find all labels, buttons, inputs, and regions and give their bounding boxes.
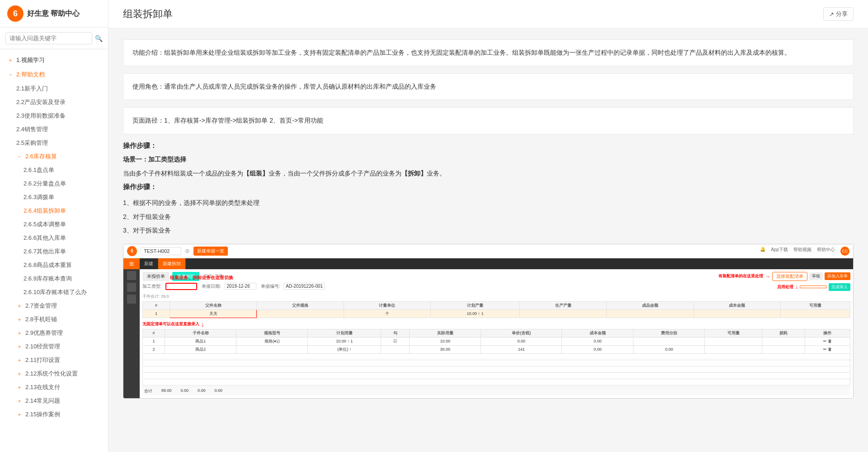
- mock-tab-quote[interactable]: 本报价单: [142, 272, 170, 281]
- mock-sub-td: 商品1: [165, 337, 236, 345]
- mock-code-label: 单据编号:: [261, 283, 280, 290]
- sidebar-item-label: 2.2产品安装及登录: [16, 98, 66, 106]
- sidebar-item-label: 2.6.5成本调整单: [24, 220, 66, 228]
- site-title: 好生意 帮助中心: [27, 9, 80, 19]
- sidebar-item-label: 2.6.8商品成本重算: [24, 261, 72, 269]
- mock-sub-th-avail: 可用量: [705, 329, 762, 337]
- mock-type-input[interactable]: [165, 283, 197, 290]
- sidebar-item-cases[interactable]: ＋ 2.15操作案例: [0, 408, 108, 421]
- sidebar-item-ops[interactable]: ＋ 2.10经营管理: [0, 340, 108, 353]
- mock-complete-btn[interactable]: 完成录入: [829, 283, 850, 291]
- mock-nav: ⊞ 新建 新建拆卸: [123, 258, 853, 269]
- sidebar-item-newuser[interactable]: 2.1新手入门: [0, 82, 108, 95]
- share-button[interactable]: ↗ 分享: [823, 7, 854, 21]
- mock-sub-td: 0.00: [562, 345, 633, 353]
- mock-topbar-right: 🔔 App下载 帮助视频 帮助中心 CC: [760, 247, 849, 256]
- sidebar-item-mobile[interactable]: ＋ 2.8手机旺铺: [0, 313, 108, 326]
- sidebar-item-assembly[interactable]: 2.6.4组装拆卸单: [0, 204, 108, 218]
- sidebar-item-data-prep[interactable]: 2.3使用前数据准备: [0, 109, 108, 123]
- plus-icon: ＋: [16, 411, 23, 418]
- intro-block-1: 功能介绍：组装拆卸单用来处理企业组装或拆卸等加工业务，支持有固定装配清单的产品加…: [123, 39, 854, 66]
- mock-td-num: 1: [143, 309, 170, 318]
- logo-icon: 6: [7, 5, 24, 22]
- sidebar-item-payment[interactable]: ＋ 2.13在线支付: [0, 381, 108, 394]
- mock-type-input-wrap: 组装业务、拆卸业务在这里切换: [165, 283, 197, 290]
- mock-td-plan: 10.00 ↑ 1: [431, 309, 520, 318]
- sidebar-item-label: 2.3使用前数据准备: [16, 112, 66, 120]
- sidebar-item-label: 2.6.9库存账本查询: [24, 275, 72, 283]
- sidebar-item-video[interactable]: ＋ 1.视频学习: [0, 53, 108, 67]
- mock-code-input[interactable]: AD-20191226-001: [283, 283, 325, 290]
- sidebar-item-label: 2.13在线支付: [25, 383, 60, 391]
- steps-title: 操作步骤：: [123, 183, 854, 191]
- mock-sub-td: 141: [481, 345, 562, 353]
- table-row: [143, 366, 850, 372]
- sidebar-item-label: 2.10经营管理: [25, 343, 60, 351]
- sidebar-item-faq[interactable]: ＋ 2.14常见问题: [0, 394, 108, 408]
- mock-sub-td: ✏ 🗑: [805, 337, 850, 345]
- plus-icon: ＋: [16, 343, 23, 350]
- sidebar-item-cost-adjust[interactable]: 2.6.5成本调整单: [0, 218, 108, 231]
- mock-approve-btn[interactable]: 审核: [809, 272, 823, 280]
- content-body: 功能介绍：组装拆卸单用来处理企业组装或拆卸等加工业务，支持有固定装配清单的产品加…: [108, 29, 868, 452]
- sidebar-item-print[interactable]: ＋ 2.11打印设置: [0, 353, 108, 367]
- sidebar-item-transfer[interactable]: 2.6.3调拨单: [0, 190, 108, 204]
- mock-td-spec: [257, 309, 344, 318]
- sidebar-item-purchase[interactable]: 2.5采购管理: [0, 136, 108, 150]
- sidebar-item-stocktake[interactable]: 2.6.1盘点单: [0, 163, 108, 177]
- ops-title: 操作步骤：: [123, 142, 854, 150]
- sidebar-item-other-in[interactable]: 2.6.6其他入库单: [0, 231, 108, 245]
- sidebar-item-install[interactable]: 2.2产品安装及登录: [0, 95, 108, 109]
- sidebar-item-label: 2.1新手入门: [16, 85, 48, 93]
- sidebar-item-coupon[interactable]: ＋ 2.9优惠券管理: [0, 326, 108, 340]
- mock-new-btn[interactable]: 新建单据一览: [193, 247, 228, 256]
- sidebar-item-label: 2.12系统个性化设置: [25, 370, 78, 378]
- sidebar-item-helpdoc[interactable]: － 2.帮助文档: [0, 67, 108, 82]
- table-row: 1 商品1 规格(♦1) 10.00 ↑ 1 ☑ 10.00 0.00 0.00: [143, 337, 850, 345]
- mock-sub-td: [762, 345, 805, 353]
- sidebar-item-finance[interactable]: ＋ 2.7资金管理: [0, 299, 108, 313]
- mock-sub-td: (单位) ↑: [308, 345, 381, 353]
- minus-icon: －: [7, 71, 14, 78]
- sidebar-item-other-out[interactable]: 2.6.7其他出库单: [0, 245, 108, 258]
- mock-form-header: 本报价单 新建拆卸 审核 下载 有装配清单的在这里处理 → 选择装配清单 审核: [142, 272, 850, 281]
- mock-sub-td: [705, 345, 762, 353]
- mock-sub-th-plan: 计划用量: [308, 329, 381, 337]
- search-icon[interactable]: 🔍: [95, 35, 103, 42]
- search-input[interactable]: [5, 32, 92, 44]
- mock-footer-val1: 89.00: [161, 388, 172, 394]
- mock-topbar-dropdown: TEST-H002: [141, 247, 181, 255]
- mock-assembly-list-btn[interactable]: 选择装配清单: [772, 272, 807, 281]
- sidebar-item-stock-error[interactable]: 2.6.10库存账本错了么办: [0, 285, 108, 299]
- mock-footer-val4: 0.00: [215, 388, 223, 394]
- mock-approve-area: 启用处理 ↓ 完成录入: [777, 283, 850, 291]
- table-row: [143, 372, 850, 379]
- step-2: 2、对于组装业务: [123, 211, 854, 223]
- main-content: 组装拆卸单 ↗ 分享 功能介绍：组装拆卸单用来处理企业组装或拆卸等加工业务，支持…: [108, 0, 868, 452]
- sidebar-item-stock-query[interactable]: 2.6.9库存账本查询: [0, 272, 108, 285]
- sidebar-item-sales[interactable]: 2.4销售管理: [0, 123, 108, 136]
- sidebar-item-customize[interactable]: ＋ 2.12系统个性化设置: [0, 367, 108, 381]
- mock-td-parent-name: 关关: [170, 309, 256, 318]
- sidebar-item-inventory[interactable]: － 2.6库存核算: [0, 150, 108, 163]
- mock-logo: 6: [127, 246, 137, 256]
- mock-td-prod: [519, 309, 606, 318]
- mock-other-btn[interactable]: 其他入库单: [825, 272, 850, 280]
- sidebar-item-cost-recalc[interactable]: 2.6.8商品成本重算: [0, 258, 108, 272]
- sidebar-item-label: 2.14常见问题: [25, 397, 60, 405]
- sidebar-item-label: 2.帮助文档: [16, 71, 45, 79]
- annotation-switch: 组装业务、拆卸业务在这里切换: [170, 275, 233, 281]
- mock-sub-td: 10.00: [410, 337, 481, 345]
- screenshot-inner: 6 TEST-H002 ⚙ 新建单据一览 🔔 App下载 帮助视频 帮助中心 C…: [123, 244, 853, 398]
- plus-icon: ＋: [16, 384, 23, 390]
- mock-main-table: # 父件名称 父件规格 计量单位 计划产量 生产产量 成品金额 成本金额 可用量: [142, 301, 850, 318]
- mock-field-type: 加工类型: 组装业务、拆卸业务在这里切换: [142, 283, 197, 290]
- mock-td-pamt: [607, 309, 693, 318]
- step-3: 3、对于拆装业务: [123, 224, 854, 237]
- mock-th-unit: 计量单位: [344, 301, 430, 309]
- sidebar-item-partial-stocktake[interactable]: 2.6.2分量盘点单: [0, 177, 108, 190]
- mock-type-label: 加工类型:: [142, 283, 162, 290]
- mock-date-input[interactable]: 2019-12-26: [225, 283, 256, 290]
- mock-approve-input[interactable]: [800, 285, 827, 288]
- plus-icon: ＋: [16, 371, 23, 377]
